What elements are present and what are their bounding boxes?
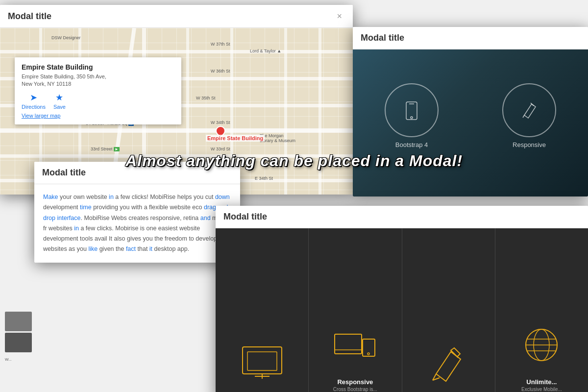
responsive-card: Responsive [502,83,556,163]
modal-image-title: Modal title [361,33,404,43]
pencil-edit-icon [424,342,473,386]
modal-map-close-button[interactable]: × [334,11,345,22]
street-h4 [0,128,353,133]
map-label-33rd: 33rd Street ► [91,147,120,151]
globe-card-sub: Exclusive Mobile... [521,387,562,392]
globe-card-label: Unlimite... [526,378,557,386]
link-in1[interactable]: in [109,194,114,200]
map-label-e34th: E 34th St [255,176,273,181]
modal-text: Modal title Make your own website in a f… [34,162,240,263]
view-larger-map-link[interactable]: View larger map [22,113,174,119]
thumb-1 [5,312,32,331]
popup-actions: ➤ Directions ★ Save [22,92,174,110]
svg-rect-8 [247,352,277,370]
map-label-34th: W 34th St [211,120,230,125]
modal-text-title: Modal title [42,168,86,178]
modal-image: Modal title Bootstrap 4 Res [353,27,588,196]
directions-button[interactable]: ➤ Directions [22,92,46,110]
map-label-37th: W 37th St [211,42,230,47]
map-info-popup: Empire State Building Empire State Build… [15,57,181,124]
thumb-label: W... [5,357,12,362]
popup-building-name: Empire State Building [22,63,174,71]
link-it[interactable]: it [149,245,152,252]
responsive-label: Responsive [513,141,546,148]
modal-icons-title: Modal title [223,212,267,222]
svg-rect-9 [335,334,362,354]
svg-rect-5 [243,347,282,374]
thumbnail-area: W... [5,312,39,363]
directions-icon: ➤ [30,92,37,103]
map-pin: Empire State Building [216,126,225,136]
modal-icons-header: Modal title [216,206,588,228]
save-button[interactable]: ★ Save [53,92,66,110]
bootstrap-card: Bootstrap 4 [385,83,439,163]
globe-icon [517,324,566,368]
map-label-33rd-st: W 33rd St [211,147,230,151]
save-icon: ★ [55,92,63,103]
map-label-35th: W 35th St [196,96,216,100]
modal-icons: Modal title Responsive Cross Bootstrap i… [216,206,588,392]
link-like[interactable]: like [88,245,98,252]
modal-text-body: Make your own website in a few clicks! M… [34,184,240,263]
link-and[interactable]: and [200,215,211,221]
svg-rect-11 [363,339,375,356]
modal-image-content: Bootstrap 4 Responsive [353,49,588,196]
link-down[interactable]: down [215,194,230,200]
responsive-card-label: Responsive [337,378,373,386]
map-pin-label: Empire State Building [206,135,265,142]
modal-icons-body: Responsive Cross Bootstrap is... Unlimit [216,228,588,392]
modal-map-title: Modal title [8,11,51,22]
svg-point-12 [368,353,369,355]
bootstrap4-label: Bootstrap 4 [395,141,428,148]
thumb-2 [5,333,32,352]
watermark-text: Almost anything can be placed in a Modal… [125,152,463,170]
map-label-dsw: DSW Designer [51,35,81,40]
responsive-devices-icon [331,324,380,368]
map-label-36th: W 36th St [211,69,230,74]
icon-card-monitor [216,228,309,392]
modal-text-paragraph: Make your own website in a few clicks! M… [43,192,231,255]
link-time[interactable]: time [80,204,92,211]
icon-card-globe: Unlimite... Exclusive Mobile... [495,228,588,392]
map-label-lord-taylor: Lord & Taylor ▲ [250,49,281,53]
icon-card-responsive: Responsive Cross Bootstrap is... [309,228,402,392]
street-h1 [0,50,353,53]
link-in2[interactable]: in [74,225,79,232]
svg-line-3 [523,115,524,118]
modal-map-header: Modal title × [0,5,353,28]
popup-address: Empire State Building, 350 5th Ave, New … [22,73,174,88]
svg-point-2 [411,117,413,119]
responsive-card-sub: Cross Bootstrap is... [333,387,377,392]
map-label-morgan: The MorganLibrary & Museum [260,133,295,143]
pencil-circle-icon [502,83,556,137]
link-make[interactable]: Make [43,194,58,200]
link-fact[interactable]: fact [126,245,136,252]
monitor-icon [238,342,287,386]
modal-image-header: Modal title [353,27,588,49]
icon-card-pencil [402,228,495,392]
phone-circle-icon [385,83,439,137]
